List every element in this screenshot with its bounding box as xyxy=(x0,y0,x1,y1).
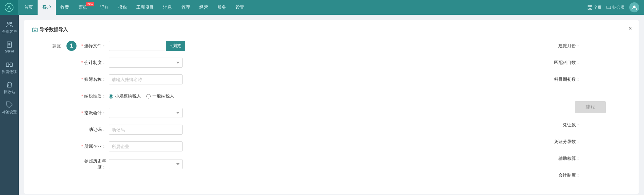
accountant-row: 指派会计： xyxy=(79,108,530,118)
tax-option1-label[interactable]: 小规模纳税人 xyxy=(109,93,141,99)
vip-btn[interactable]: 畅会员 xyxy=(606,5,625,10)
build-button[interactable]: 建账 xyxy=(575,101,606,113)
voucher-count-label: 凭证数： xyxy=(550,122,580,128)
card-title-text: 导爷数据导入 xyxy=(40,27,68,33)
match-subject-row: 匹配科目数： xyxy=(550,58,631,68)
aux-row: 辅助核算： xyxy=(550,153,631,164)
sidebar-label-tags: 标签设置 xyxy=(2,110,17,115)
tax-option2-radio[interactable] xyxy=(146,94,151,99)
close-button[interactable]: × xyxy=(628,25,632,31)
nav-fee[interactable]: 收费 xyxy=(56,0,74,15)
sidebar-label-recycle: 回收站 xyxy=(4,89,15,94)
company-label: 所属企业： xyxy=(79,143,106,149)
nav-account[interactable]: 记账 xyxy=(95,0,113,15)
nav-menu: 首页 客户 收费 票据 new 记账 报税 工商项目 消息 管理 经营 服务 设… xyxy=(18,0,588,15)
tax-option2-text: 一般纳税人 xyxy=(152,93,174,99)
nav-service[interactable]: 服务 xyxy=(213,0,231,15)
step-label: 建账 xyxy=(52,41,61,52)
form-left: 选择文件： +浏览 会计制度： 账簿名称： xyxy=(79,41,530,180)
fullscreen-label: 全屏 xyxy=(594,5,602,10)
svg-point-0 xyxy=(5,3,13,12)
navbar-right: 全屏 畅会员 xyxy=(588,2,644,12)
voucher-entry-label: 凭证分录数： xyxy=(550,139,580,145)
accounting-system-select[interactable] xyxy=(109,58,183,68)
history-year-row: 参照历史年度： xyxy=(79,158,530,170)
sidebar: 全部客户 0申报 账套迁移 回收站 标签设置 xyxy=(0,15,19,195)
svg-rect-2 xyxy=(591,5,592,7)
svg-rect-5 xyxy=(607,6,611,9)
nav-manage[interactable]: 管理 xyxy=(177,0,195,15)
ledger-name-input[interactable] xyxy=(109,74,183,84)
subject-initial-row: 科目期初数： xyxy=(550,74,631,84)
build-month-row: 建账月份： xyxy=(550,41,631,51)
svg-rect-11 xyxy=(10,63,12,67)
file-input[interactable] xyxy=(109,41,166,51)
form-container: 建账 1 选择文件： +浏览 会计制度： xyxy=(32,41,631,180)
svg-point-7 xyxy=(8,22,10,24)
nav-industry[interactable]: 工商项目 xyxy=(132,0,158,15)
build-month-label: 建账月份： xyxy=(550,43,580,49)
svg-rect-3 xyxy=(588,8,589,9)
sidebar-item-declaration[interactable]: 0申报 xyxy=(0,38,19,58)
match-subject-label: 匹配科目数： xyxy=(550,60,580,66)
main-content: 导爷数据导入 × 建账 1 选择文件： +浏览 xyxy=(19,15,644,195)
avatar[interactable] xyxy=(629,2,639,12)
sidebar-item-recycle[interactable]: 回收站 xyxy=(0,78,19,98)
tax-radio-group: 小规模纳税人 一般纳税人 xyxy=(109,91,174,101)
nav-message[interactable]: 消息 xyxy=(158,0,177,15)
app-logo[interactable] xyxy=(0,0,18,15)
nav-tax[interactable]: 报税 xyxy=(113,0,132,15)
nav-client[interactable]: 客户 xyxy=(38,0,56,15)
svg-point-8 xyxy=(10,22,12,24)
accounting-system2-label: 会计制度： xyxy=(550,172,580,178)
nav-operation[interactable]: 经营 xyxy=(195,0,213,15)
accounting-system2-row: 会计制度： xyxy=(550,170,631,180)
sidebar-item-migration[interactable]: 账套迁移 xyxy=(0,58,19,78)
subject-initial-label: 科目期初数： xyxy=(550,76,580,82)
file-label: 选择文件： xyxy=(79,43,106,49)
browse-button[interactable]: +浏览 xyxy=(166,41,185,51)
history-year-select[interactable] xyxy=(109,159,183,169)
nav-home[interactable]: 首页 xyxy=(19,0,38,15)
file-input-group: +浏览 xyxy=(109,41,185,51)
history-label: 参照历史年度： xyxy=(79,158,106,170)
nav-settings[interactable]: 设置 xyxy=(231,0,249,15)
sidebar-label-all-clients: 全部客户 xyxy=(2,29,17,34)
svg-rect-4 xyxy=(591,8,592,9)
aux-label: 辅助核算： xyxy=(550,155,580,161)
tax-type-row: 纳税性质： 小规模纳税人 一般纳税人 xyxy=(79,91,530,101)
ledger-name-label: 账簿名称： xyxy=(79,76,106,82)
form-right: 建账月份： 匹配科目数： 科目期初数： 建账 凭证数： xyxy=(530,41,631,180)
svg-rect-1 xyxy=(588,5,589,7)
new-badge: new xyxy=(86,2,94,6)
build-btn-container: 建账 xyxy=(550,98,631,113)
sidebar-label-declaration: 0申报 xyxy=(5,49,14,54)
import-card: 导爷数据导入 × 建账 1 选择文件： +浏览 xyxy=(24,20,639,194)
memo-label: 助记码： xyxy=(79,127,106,133)
company-input[interactable] xyxy=(109,141,183,151)
company-row: 所属企业： xyxy=(79,141,530,151)
memo-row: 助记码： xyxy=(79,125,530,135)
sidebar-label-migration: 账套迁移 xyxy=(2,69,17,74)
voucher-entry-row: 凭证分录数： xyxy=(550,137,631,147)
file-row: 选择文件： +浏览 xyxy=(79,41,530,51)
tax-option1-text: 小规模纳税人 xyxy=(115,93,141,99)
svg-rect-10 xyxy=(6,63,9,67)
step-circle: 1 xyxy=(66,41,77,51)
tax-option2-label[interactable]: 一般纳税人 xyxy=(146,93,174,99)
fullscreen-btn[interactable]: 全屏 xyxy=(588,5,602,10)
nav-invoice[interactable]: 票据 new xyxy=(74,0,95,15)
sidebar-item-all-clients[interactable]: 全部客户 xyxy=(0,17,19,38)
vip-label: 畅会员 xyxy=(612,5,625,10)
card-title: 导爷数据导入 xyxy=(32,27,631,33)
voucher-count-row: 凭证数： xyxy=(550,120,631,130)
ledger-name-row: 账簿名称： xyxy=(79,74,530,84)
accountant-label: 指派会计： xyxy=(79,110,106,116)
sidebar-item-tags[interactable]: 标签设置 xyxy=(0,98,19,118)
memo-input[interactable] xyxy=(109,125,183,135)
tax-type-label: 纳税性质： xyxy=(79,93,106,99)
navbar: 首页 客户 收费 票据 new 记账 报税 工商项目 消息 管理 经营 服务 设… xyxy=(0,0,644,15)
tax-option1-radio[interactable] xyxy=(109,94,113,99)
import-icon xyxy=(32,27,38,32)
accountant-select[interactable] xyxy=(109,108,183,118)
